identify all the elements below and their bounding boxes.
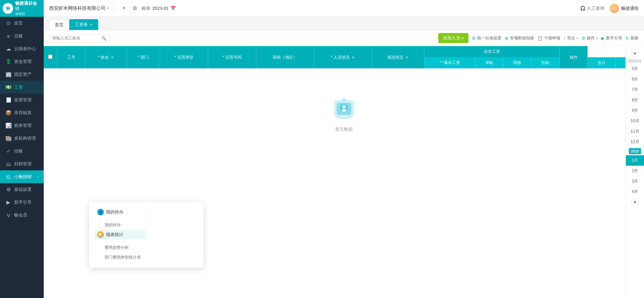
add-company-button[interactable]: + <box>120 4 128 12</box>
fund-icon: 💲 <box>5 59 11 65</box>
empty-icon <box>327 95 361 122</box>
xiaochang-icon: G <box>5 174 11 180</box>
refresh-action[interactable]: ↻ 刷新 <box>626 35 639 41</box>
th-id-number[interactable]: * 证照号码 <box>208 46 256 68</box>
month-12[interactable]: 12月 <box>626 137 644 147</box>
popup-item-cost-trend[interactable]: 费用趋势分析 <box>94 243 146 253</box>
filter-icon[interactable]: ▼ <box>351 56 355 59</box>
year-2023-tag: 2023 <box>629 148 641 154</box>
sidebar-item-inventory[interactable]: 📦 库存核算 <box>0 106 44 119</box>
required-mark: * <box>223 55 224 60</box>
sidebar-item-new-guide[interactable]: ▶ 新手引导 <box>0 196 44 209</box>
social-insurance-label: 统一社保设置 <box>477 35 501 41</box>
tab-home[interactable]: 首页 <box>49 19 69 30</box>
sidebar-item-home[interactable]: ⊙ 首页 <box>0 17 44 30</box>
add-person-dropdown-icon: ▾ <box>462 36 464 40</box>
th-base-salary[interactable]: * *基本工资 <box>424 57 476 68</box>
period-selector[interactable]: 账期 2023-01 📅 <box>142 5 176 11</box>
todo-icon: 👤 <box>97 209 104 216</box>
content-toolbar: 🔍 添加人员 ▾ ⚙ 统一社保设置 ⊕ 专项附加扣除 📋 个税申报 <box>44 30 644 46</box>
operation-dropdown-icon: ▾ <box>596 36 598 40</box>
sidebar-item-salary[interactable]: 💵 工资 <box>0 81 44 94</box>
sidebar-item-fixed-assets[interactable]: 🏢 固定资产 <box>0 68 44 81</box>
month-10[interactable]: 10月 <box>626 116 644 126</box>
logo-icon: 畅 <box>3 3 13 14</box>
th-person-status[interactable]: * 人员状态 ▼ <box>314 46 372 68</box>
settings-icon: ⚙ <box>5 187 11 193</box>
th-deduction[interactable]: 扣款 <box>531 57 560 68</box>
period-2023-label: 2023.01 <box>628 58 642 64</box>
month-5[interactable]: 5月 <box>626 64 644 74</box>
svg-rect-4 <box>342 109 346 112</box>
user-menu[interactable]: CE 畅捷通组 <box>610 4 639 13</box>
month-selector: ▲ 2023.01 5月 6月 7月 8月 9月 10月 11月 12月 202… <box>626 46 644 298</box>
tab-close-icon[interactable]: ✕ <box>90 23 93 27</box>
cloud-icon: ☁ <box>5 46 11 52</box>
sidebar-item-label: 发票管理 <box>14 97 32 103</box>
popup-col-report-title[interactable]: 📊 报表统计 <box>94 230 146 239</box>
month-3[interactable]: 3月 <box>626 176 644 187</box>
month-6[interactable]: 6月 <box>626 74 644 85</box>
sidebar-item-label: 固定资产 <box>14 71 32 77</box>
th-employee-id[interactable]: 工号 <box>57 46 85 68</box>
sidebar-item-ledger[interactable]: ≡ 总账 <box>0 30 44 42</box>
sidebar-item-basic-settings[interactable]: ⚙ 基础设置 <box>0 183 44 196</box>
sidebar-item-invoice[interactable]: 🧾 发票管理 <box>0 94 44 106</box>
month-4[interactable]: 4月 <box>626 187 644 197</box>
add-person-label: 添加人员 <box>443 35 460 41</box>
tab-salary-table[interactable]: 工资表 ✕ <box>69 19 98 30</box>
sidebar-item-label: 税务管理 <box>14 123 32 129</box>
sidebar-item-cloud-report[interactable]: ☁ 云报表中心 <box>0 42 44 55</box>
popup-item-dept-cost[interactable]: 部门费用类型统计表 <box>94 253 146 262</box>
th-nationality[interactable]: 国籍（地区） <box>256 46 314 68</box>
popup-col-todo-title[interactable]: 👤 我的待办 <box>94 207 146 217</box>
search-input[interactable] <box>52 36 99 40</box>
tax-return-action[interactable]: 📋 个税申报 <box>537 35 560 41</box>
th-report-status[interactable]: 报送状态 ▼ <box>372 46 424 68</box>
add-person-button[interactable]: 添加人员 ▾ <box>438 33 468 43</box>
th-department[interactable]: * 部门 <box>127 46 160 68</box>
month-9[interactable]: 9月 <box>626 105 644 116</box>
th-name[interactable]: * 姓名 ⇅ <box>85 46 127 68</box>
company-selector[interactable]: 西安虾米网络科技有限公司 ▾ <box>49 5 109 11</box>
sidebar-item-archive[interactable]: 🗂 归档管理 <box>0 158 44 170</box>
th-total[interactable]: 合计 <box>588 57 616 68</box>
sidebar-item-xiaochang[interactable]: G 小畅报销 ‹ <box>0 170 44 183</box>
th-performance[interactable]: 绩效 <box>503 57 532 68</box>
logo-text: 畅捷通好会计 <box>15 1 41 11</box>
month-nav-down[interactable]: ▼ <box>631 198 639 206</box>
sidebar-item-multi-org[interactable]: 🏬 多机构管理 <box>0 132 44 145</box>
required-mark: * <box>98 55 100 60</box>
sidebar-item-fund[interactable]: 💲 资金管理 <box>0 55 44 68</box>
report-icon: 📊 <box>97 231 104 238</box>
month-1[interactable]: 1月 <box>626 155 644 166</box>
new-guide-action[interactable]: ▶ 新手引导 <box>601 35 622 41</box>
refresh-icon: ↻ <box>626 36 629 41</box>
popup-item-mytodo[interactable]: 我的待办 <box>94 220 146 230</box>
th-id-type[interactable]: * 证照类型 <box>160 46 208 68</box>
filter-icon2[interactable]: ▼ <box>405 56 409 59</box>
svg-marker-5 <box>341 99 347 101</box>
new-guide-label: 新手引导 <box>606 35 622 41</box>
month-7[interactable]: 7月 <box>626 85 644 95</box>
operation-action[interactable]: ⚙ 操作 ▾ <box>581 35 598 41</box>
export-action[interactable]: ↑ 导出 ▾ <box>564 35 578 41</box>
month-11[interactable]: 11月 <box>626 126 644 137</box>
sidebar-item-settlement[interactable]: ✓ 结账 <box>0 145 44 158</box>
th-checkbox[interactable] <box>44 46 57 68</box>
th-allowance[interactable]: 津贴 <box>475 57 503 68</box>
special-deduct-action[interactable]: ⊕ 专项附加扣除 <box>505 35 534 41</box>
service-button[interactable]: 🎧 人工咨询 <box>580 5 604 11</box>
month-8[interactable]: 8月 <box>626 95 644 105</box>
month-2[interactable]: 2月 <box>626 166 644 176</box>
sidebar-item-member[interactable]: V 畅会员 <box>0 209 44 222</box>
th-operation[interactable]: 操作 <box>560 46 588 68</box>
required-mark: * <box>440 60 441 65</box>
select-all-checkbox[interactable] <box>48 55 52 59</box>
sidebar-item-tax[interactable]: 📊 税务管理 <box>0 119 44 132</box>
logo-text-group: 畅捷通好会计 旗舰版 <box>15 1 41 16</box>
salary-table: 工号 * 姓名 ⇅ * 部门 * 证照类型 <box>44 46 644 68</box>
social-insurance-action[interactable]: ⚙ 统一社保设置 <box>472 35 501 41</box>
month-nav-up[interactable]: ▲ <box>631 49 639 57</box>
settings-button[interactable]: ⚙ <box>131 4 139 12</box>
